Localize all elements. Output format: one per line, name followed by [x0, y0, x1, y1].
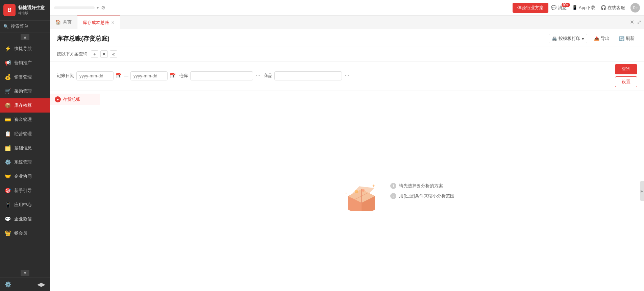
filter-row: 记账日期 📅 — 📅 仓库 ··· 商品 ··· 查询 设置 [50, 62, 644, 91]
search-icon: 🔍 [3, 24, 9, 29]
filter-shrink-button[interactable]: « [110, 50, 117, 58]
filter-label: 按以下方案查询 [57, 51, 88, 57]
app-logo: B 畅捷通好生意 标准版 [0, 0, 50, 21]
purchase-icon: 🛒 [5, 88, 11, 94]
sidebar-item-marketing[interactable]: 📢 营销推广 [0, 56, 50, 70]
warehouse-more-icon[interactable]: ··· [256, 73, 260, 79]
sidebar-item-wecom[interactable]: 💬 企业微信 [0, 212, 50, 226]
tip-item-2: 2 用[过滤]条件来缩小分析范围 [390, 193, 454, 199]
scroll-up-button[interactable]: ▲ [21, 34, 29, 40]
user-name: Rit [633, 6, 637, 10]
refresh-button[interactable]: 🔄 刷新 [616, 34, 637, 43]
sidebar-item-purchase[interactable]: 🛒 采购管理 [0, 84, 50, 98]
sidebar-item-inventory[interactable]: 📦 库存核算 [0, 98, 50, 113]
message-badge: 99+ [562, 3, 570, 7]
right-buttons: 查询 设置 [615, 64, 637, 87]
sidebar-item-operations[interactable]: 📋 经营管理 [0, 127, 50, 141]
breadcrumb-input[interactable] [54, 6, 95, 9]
sidebar-item-member[interactable]: 👑 畅会员 [0, 226, 50, 240]
user-item[interactable]: Rit [630, 3, 640, 13]
goods-input[interactable] [274, 71, 342, 80]
gear-icon[interactable]: ⚙ [101, 5, 105, 11]
date-separator: — [124, 73, 128, 78]
tip-item-1: 1 请先选择要分析的方案 [390, 183, 454, 189]
industry-btn[interactable]: 体验行业方案 [513, 3, 548, 13]
printer-icon: 🖨️ [552, 36, 557, 41]
inventory-ledger-label: 存货总账 [63, 96, 80, 102]
export-button[interactable]: 📤 导出 [591, 34, 612, 43]
wecom-icon: 💬 [5, 216, 11, 222]
inventory-ledger-item[interactable]: ● 存货总账 [50, 94, 100, 105]
sidebar-item-sales[interactable]: 💰 销售管理 [0, 70, 50, 84]
goods-more-icon[interactable]: ··· [345, 73, 349, 79]
side-handle[interactable]: ▶ [640, 181, 644, 201]
marketing-icon: 📢 [5, 60, 11, 66]
online-service-item[interactable]: 🎧 在线客服 [601, 5, 625, 11]
app-name: 畅捷通好生意 [18, 5, 45, 11]
app-download-label: App下载 [579, 5, 595, 11]
sidebar-item-system[interactable]: ⚙️ 系统管理 [0, 155, 50, 169]
operations-icon: 📋 [5, 131, 11, 137]
print-button[interactable]: 🖨️ 按模板打印 ▾ [549, 34, 587, 43]
scroll-down-area: ▼ [0, 268, 50, 277]
settings-icon[interactable]: ⚙️ [5, 281, 11, 288]
tab-home-label: 首页 [63, 19, 72, 25]
topbar: ▾ ⚙ 体验行业方案 💬 消息 99+ 📱 App下载 🎧 在线客服 Rit [50, 0, 644, 16]
app-download-item[interactable]: 📱 App下载 [572, 5, 595, 11]
page-header: 库存总账(存货总账) 🖨️ 按模板打印 ▾ 📤 导出 🔄 刷新 [50, 29, 644, 47]
empty-tips: 1 请先选择要分析的方案 2 用[过滤]条件来缩小分析范围 [390, 183, 454, 199]
sidebar-item-quick-nav[interactable]: ⚡ 快捷导航 [0, 42, 50, 56]
filter-bar: 按以下方案查询 + ✕ « [50, 47, 644, 62]
filter-add-button[interactable]: + [91, 50, 98, 58]
date-end-input[interactable] [130, 71, 168, 80]
member-icon: 👑 [5, 230, 11, 236]
svg-text:✦: ✦ [372, 183, 376, 189]
warehouse-filter-group: 仓库 ··· [179, 71, 260, 80]
search-menu[interactable]: 🔍 搜索菜单 [0, 21, 50, 32]
sidebar-item-apps[interactable]: 📱 应用中心 [0, 198, 50, 212]
tabbar: 🏠 首页 库存成本总账 ✕ ✕ ⤢ [50, 16, 644, 29]
logo-icon: B [3, 4, 16, 16]
goods-label: 商品 [264, 73, 272, 79]
sidebar: B 畅捷通好生意 标准版 🔍 搜索菜单 ▲ ⚡ 快捷导航 📢 营销推广 💰 销售… [0, 0, 50, 291]
box-svg: ✦ ✦ [340, 171, 380, 211]
export-icon: 📤 [594, 36, 599, 41]
goods-filter-group: 商品 ··· [264, 71, 349, 80]
message-icon: 💬 [551, 5, 556, 10]
chevron-down-icon[interactable]: ▾ [97, 5, 99, 10]
sales-icon: 💰 [5, 74, 11, 80]
tab-home[interactable]: 🏠 首页 [50, 16, 77, 29]
tab-close-icon[interactable]: ✕ [111, 20, 115, 25]
date-label: 记账日期 [57, 73, 74, 79]
svg-point-2 [355, 190, 358, 193]
cooperation-icon: 🤝 [5, 173, 11, 179]
tab-inventory-cost[interactable]: 库存成本总账 ✕ [77, 16, 120, 29]
sidebar-item-guide[interactable]: 🎯 新手引导 [0, 184, 50, 198]
sidebar-item-cooperation[interactable]: 🤝 企业协同 [0, 169, 50, 184]
app-version: 标准版 [18, 11, 45, 16]
sidebar-nav: ⚡ 快捷导航 📢 营销推广 💰 销售管理 🛒 采购管理 📦 库存核算 💳 资金管… [0, 42, 50, 268]
quick-nav-icon: ⚡ [5, 46, 11, 52]
close-filter-icon: ✕ [102, 51, 106, 57]
calendar-start-icon[interactable]: 📅 [116, 73, 122, 79]
tip-text-2: 用[过滤]条件来缩小分析范围 [399, 193, 454, 199]
filter-collapse-button[interactable]: ✕ [100, 50, 108, 58]
expand-icon[interactable]: ⤢ [637, 19, 641, 25]
warehouse-input[interactable] [190, 71, 253, 80]
main-content: ▾ ⚙ 体验行业方案 💬 消息 99+ 📱 App下载 🎧 在线客服 Rit [50, 0, 644, 291]
tip-text-1: 请先选择要分析的方案 [399, 183, 443, 189]
finance-icon: 💳 [5, 117, 11, 123]
scroll-down-button[interactable]: ▼ [21, 270, 29, 276]
query-button[interactable]: 查询 [615, 64, 637, 74]
close-icon[interactable]: ✕ [630, 19, 634, 25]
date-start-input[interactable] [76, 71, 114, 80]
filter-actions: + ✕ « [91, 50, 117, 58]
guide-icon: 🎯 [5, 188, 11, 194]
message-item[interactable]: 💬 消息 99+ [551, 5, 567, 11]
settings-button[interactable]: 设置 [615, 76, 637, 87]
sidebar-item-finance[interactable]: 💳 资金管理 [0, 113, 50, 127]
svg-text:✦: ✦ [345, 191, 347, 195]
sidebar-item-basic[interactable]: 🗂️ 基础信息 [0, 141, 50, 155]
calendar-end-icon[interactable]: 📅 [170, 73, 176, 79]
collapse-icon[interactable]: ◀▶ [37, 281, 45, 288]
